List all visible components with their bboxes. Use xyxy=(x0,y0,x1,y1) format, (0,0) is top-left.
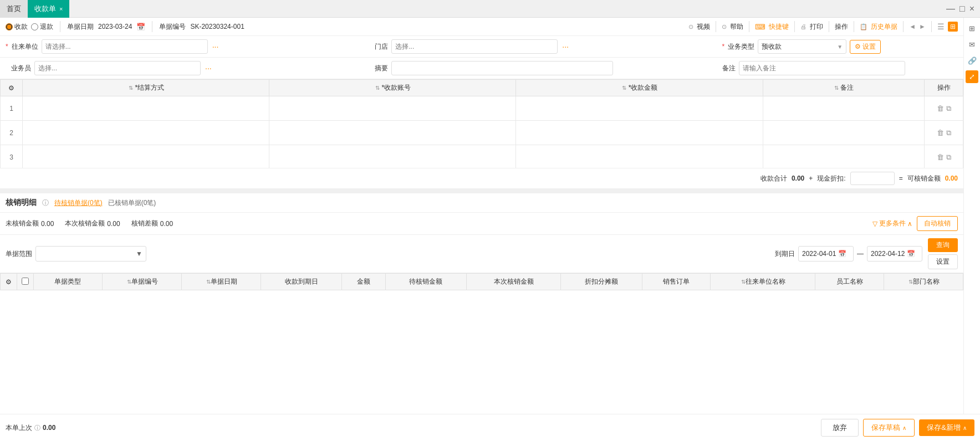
save-new-btn[interactable]: 保存&新增 ∧ xyxy=(919,419,963,436)
divider-1 xyxy=(60,21,60,32)
biz-type-arrow: ▼ xyxy=(837,44,843,50)
receipt-radio[interactable] xyxy=(6,23,13,30)
sort-doc-no[interactable]: ⇅ xyxy=(127,279,131,285)
date-to-input[interactable]: 2022-04-12 📅 xyxy=(867,246,922,261)
sort-doc-date[interactable]: ⇅ xyxy=(206,279,211,285)
row-remark-2[interactable] xyxy=(763,121,924,145)
row-amount-3[interactable] xyxy=(516,145,763,168)
tab-receipt[interactable]: 收款单 × xyxy=(28,0,69,18)
prev-icon[interactable]: ◄ xyxy=(909,23,916,30)
sort-icon-amount[interactable]: ⇅ xyxy=(622,85,626,91)
summary-label: 摘要 xyxy=(375,64,388,73)
filter-setting-btn[interactable]: 设置 xyxy=(928,254,958,269)
store-more-btn[interactable]: ··· xyxy=(561,42,570,51)
sort-icon-settlement[interactable]: ⇅ xyxy=(129,85,133,91)
video-icon: ⊙ xyxy=(688,23,693,30)
copy-row-2-icon[interactable]: ⧉ xyxy=(946,129,951,137)
biz-type-label: 业务类型 xyxy=(728,42,754,52)
receipt-radio-label[interactable]: 收款 xyxy=(6,22,28,32)
row-amount-1[interactable] xyxy=(516,96,763,121)
sidebar-mail-icon[interactable]: ✉ xyxy=(967,38,977,51)
delete-row-2-icon[interactable]: 🗑 xyxy=(937,129,944,137)
row-settlement-1[interactable] xyxy=(23,96,269,121)
maximize-icon[interactable]: □ xyxy=(959,4,965,14)
video-btn[interactable]: 视频 xyxy=(697,22,710,32)
range-select[interactable]: ▼ xyxy=(35,246,146,261)
operation-btn[interactable]: 操作 xyxy=(835,22,848,32)
print-btn[interactable]: 打印 xyxy=(810,22,823,32)
query-btn[interactable]: 查询 xyxy=(928,238,958,252)
sort-icon-remark[interactable]: ⇅ xyxy=(834,85,839,91)
calendar-to-icon[interactable]: 📅 xyxy=(907,250,915,258)
pending-link[interactable]: 待核销单据(0笔) xyxy=(54,198,103,208)
row-remark-1[interactable] xyxy=(763,96,924,121)
staff-more-btn[interactable]: ··· xyxy=(204,64,213,73)
row-amount-2[interactable] xyxy=(516,121,763,145)
sort-partner[interactable]: ⇅ xyxy=(741,279,746,285)
discount-input[interactable] xyxy=(850,172,895,185)
table-settings-2-icon[interactable]: ⚙ xyxy=(6,278,12,286)
row-account-3[interactable] xyxy=(269,145,516,168)
sidebar-expand-icon[interactable]: ⤢ xyxy=(966,70,978,83)
history-btn[interactable]: 历史单据 xyxy=(871,22,897,32)
sidebar-link-icon[interactable]: 🔗 xyxy=(966,54,979,67)
date-from-input[interactable]: 2022-04-01 📅 xyxy=(798,246,854,261)
settings-btn[interactable]: ⚙ 设置 xyxy=(850,40,881,54)
done-link[interactable]: 已核销单据(0笔) xyxy=(108,198,156,208)
draft-arrow-icon[interactable]: ∧ xyxy=(902,425,906,431)
save-draft-btn[interactable]: 保存草稿 ∧ xyxy=(863,419,915,437)
more-conditions-btn[interactable]: ▽ 更多条件 ∧ xyxy=(872,219,912,228)
staff-input[interactable] xyxy=(34,61,201,75)
select-all-checkbox[interactable] xyxy=(22,278,29,285)
auto-verification-btn[interactable]: 自动核销 xyxy=(917,216,958,231)
remark-input[interactable] xyxy=(739,61,905,75)
row-settlement-3[interactable] xyxy=(23,145,269,168)
summary-input[interactable] xyxy=(391,61,613,75)
row-remark-3[interactable] xyxy=(763,145,924,168)
list-icon[interactable]: ☰ xyxy=(937,22,945,31)
partner-more-btn[interactable]: ··· xyxy=(211,42,220,51)
grid-icon[interactable]: ⊞ xyxy=(948,22,958,32)
col-pending-amount: 待核销金额 xyxy=(385,274,467,290)
next-icon[interactable]: ► xyxy=(919,23,926,30)
delete-row-1-icon[interactable]: 🗑 xyxy=(937,104,944,112)
minimize-icon[interactable]: — xyxy=(946,4,955,14)
info-icon[interactable]: ⓘ xyxy=(42,198,49,208)
biz-type-select[interactable]: 预收款 ▼ xyxy=(758,39,846,54)
sidebar-table-icon[interactable]: ⊞ xyxy=(967,22,977,35)
help-btn[interactable]: 帮助 xyxy=(730,22,743,32)
info-circle[interactable]: ⓘ xyxy=(34,424,40,432)
row-account-1[interactable] xyxy=(269,96,516,121)
save-new-arrow-icon[interactable]: ∧ xyxy=(963,425,963,431)
row-settlement-2[interactable] xyxy=(23,121,269,145)
shortcut-btn[interactable]: 快捷键 xyxy=(769,22,789,32)
col-doc-date: ⇅单据日期 xyxy=(181,274,261,290)
table-settings-icon[interactable]: ⚙ xyxy=(8,84,14,92)
row-account-2[interactable] xyxy=(269,121,516,145)
col-dept-name: ⇅部门名称 xyxy=(884,274,963,290)
keyboard-icon: ⌨ xyxy=(755,23,765,31)
partner-input[interactable] xyxy=(42,39,208,54)
refund-radio[interactable] xyxy=(31,23,38,30)
calendar-from-icon[interactable]: 📅 xyxy=(838,250,846,258)
table-row: 3 🗑 ⧉ xyxy=(1,145,963,168)
row-num-1: 1 xyxy=(1,96,23,121)
check-col[interactable]: ⚙ xyxy=(1,274,17,290)
top-section: 收款 退款 单据日期 2023-03-24 📅 单据编号 SK-20230324… xyxy=(0,18,963,190)
close-icon[interactable]: × xyxy=(969,4,974,14)
sort-dept[interactable]: ⇅ xyxy=(908,279,913,285)
sort-icon-account[interactable]: ⇅ xyxy=(375,85,380,91)
tab-home[interactable]: 首页 xyxy=(0,0,28,18)
print-icon: 🖨 xyxy=(800,23,807,30)
delete-row-3-icon[interactable]: 🗑 xyxy=(937,153,944,161)
col-partner-name: ⇅往来单位名称 xyxy=(711,274,815,290)
close-tab-icon[interactable]: × xyxy=(59,6,63,12)
select-all-col[interactable] xyxy=(17,274,34,290)
copy-row-3-icon[interactable]: ⧉ xyxy=(946,153,951,162)
table-settings-col[interactable]: ⚙ xyxy=(1,80,23,96)
refund-radio-label[interactable]: 退款 xyxy=(31,22,53,32)
copy-row-1-icon[interactable]: ⧉ xyxy=(946,104,951,113)
store-input[interactable] xyxy=(391,39,558,54)
discard-btn[interactable]: 放弃 xyxy=(821,419,859,437)
calendar-icon[interactable]: 📅 xyxy=(136,23,145,31)
